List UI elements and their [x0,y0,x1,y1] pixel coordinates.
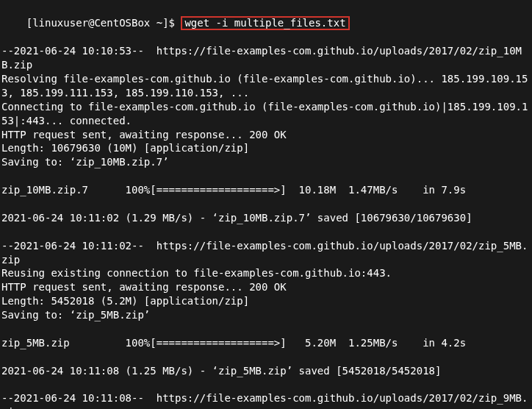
output-line: Length: 10679630 (10M) [application/zip] [1,141,531,155]
output-line: HTTP request sent, awaiting response... … [1,128,531,142]
prompt-line: [linuxuser@CentOSBox ~]$ wget -i multipl… [1,2,531,44]
output-line [1,350,531,364]
output-line: Reusing existing connection to file-exam… [1,266,531,280]
output-line: --2021-06-24 10:11:08-- https://file-exa… [1,391,531,409]
output-line: --2021-06-24 10:10:53-- https://file-exa… [1,44,531,72]
output-line: 2021-06-24 10:11:02 (1.29 MB/s) - ‘zip_1… [1,211,531,225]
output-line [1,378,531,392]
output-line: Saving to: ‘zip_10MB.zip.7’ [1,155,531,169]
output-line: Connecting to file-examples-com.github.i… [1,100,531,128]
output-line [1,169,531,183]
output-line: zip_10MB.zip.7 100%[===================>… [1,183,531,197]
output-line [1,225,531,239]
output-line: Resolving file-examples-com.github.io (f… [1,72,531,100]
output-line [1,322,531,336]
terminal-window[interactable]: [linuxuser@CentOSBox ~]$ wget -i multipl… [1,2,531,409]
output-line: 2021-06-24 10:11:08 (1.25 MB/s) - ‘zip_5… [1,364,531,378]
command-highlight: wget -i multiple_files.txt [181,16,349,30]
terminal-output: --2021-06-24 10:10:53-- https://file-exa… [1,44,531,409]
output-line [1,197,531,211]
output-line: Saving to: ‘zip_5MB.zip’ [1,308,531,322]
output-line: --2021-06-24 10:11:02-- https://file-exa… [1,239,531,267]
prompt-user-host: [linuxuser@CentOSBox ~]$ [26,17,181,29]
output-line: Length: 5452018 (5.2M) [application/zip] [1,294,531,308]
output-line: HTTP request sent, awaiting response... … [1,280,531,294]
output-line: zip_5MB.zip 100%[===================>] 5… [1,336,531,350]
